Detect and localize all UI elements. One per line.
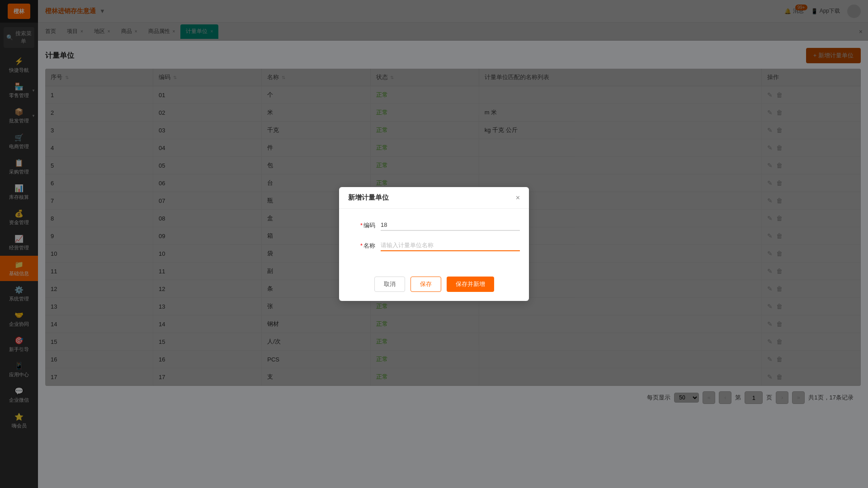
cancel-button[interactable]: 取消 (374, 277, 405, 292)
modal-overlay: 新增计量单位 × 编码 名称 取消 保存 保存并新增 (0, 0, 868, 488)
add-unit-modal: 新增计量单位 × 编码 名称 取消 保存 保存并新增 (339, 187, 529, 301)
code-label: 编码 (348, 221, 375, 230)
form-row-code: 编码 (348, 220, 520, 231)
name-label: 名称 (348, 242, 375, 250)
modal-close-button[interactable]: × (516, 194, 520, 202)
code-input[interactable] (381, 220, 520, 231)
modal-title: 新增计量单位 (348, 193, 389, 202)
modal-footer: 取消 保存 保存并新增 (339, 271, 529, 301)
save-button[interactable]: 保存 (410, 277, 441, 292)
form-row-name: 名称 (348, 240, 520, 251)
modal-body: 编码 名称 (339, 209, 529, 271)
name-input[interactable] (381, 240, 520, 251)
save-new-button[interactable]: 保存并新增 (447, 277, 494, 292)
modal-header: 新增计量单位 × (339, 187, 529, 209)
